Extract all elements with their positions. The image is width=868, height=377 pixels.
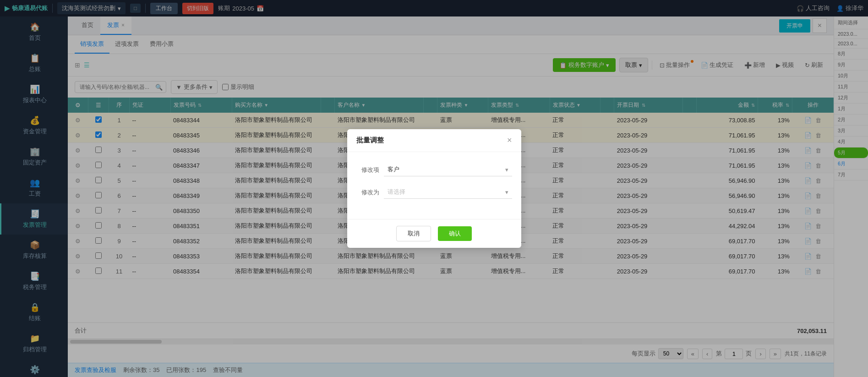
confirm-btn[interactable]: 确认 <box>438 226 472 241</box>
form-row-field: 修改项 客户 ▾ <box>356 163 512 176</box>
modal-overlay: 批量调整 × 修改项 客户 ▾ 修改为 请选择 ▾ 取消 确认 <box>0 0 868 377</box>
value-label: 修改为 <box>356 188 379 197</box>
batch-adjust-modal: 批量调整 × 修改项 客户 ▾ 修改为 请选择 ▾ 取消 确认 <box>347 129 521 248</box>
modal-body: 修改项 客户 ▾ 修改为 请选择 ▾ <box>347 152 521 219</box>
form-row-value: 修改为 请选择 ▾ <box>356 186 512 199</box>
field-label: 修改项 <box>356 166 379 174</box>
modal-title: 批量调整 <box>356 136 384 145</box>
modal-close-btn[interactable]: × <box>507 136 512 145</box>
field-select[interactable]: 客户 ▾ <box>384 163 512 176</box>
chevron-down-icon5: ▾ <box>505 166 508 173</box>
value-select[interactable]: 请选择 ▾ <box>384 186 512 199</box>
chevron-down-icon6: ▾ <box>505 189 508 196</box>
cancel-btn[interactable]: 取消 <box>396 226 431 241</box>
modal-footer: 取消 确认 <box>347 219 521 248</box>
modal-header: 批量调整 × <box>347 129 521 152</box>
